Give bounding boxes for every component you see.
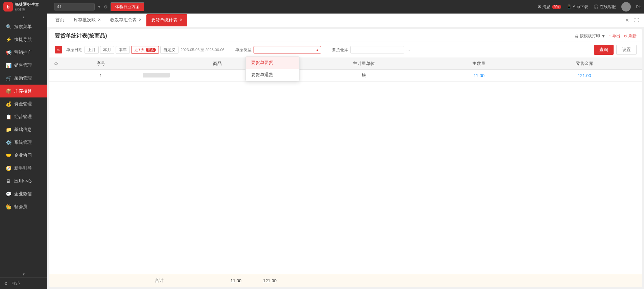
app-download-btn[interactable]: 📱 App下载: [567, 4, 588, 10]
online-service-label: 在线客服: [600, 4, 616, 10]
main-layout: ▲ 🔍 搜索菜单 ⚡ 快捷导航 📢 营销推广 📊 销售管理 🛒 采购管理: [0, 14, 644, 289]
vip-icon: 👑: [5, 204, 11, 210]
topbar-right: ✉ 消息 99+ 📱 App下载 🎧 在线客服 Rit: [538, 2, 641, 12]
sidebar-item-wechat[interactable]: 💬 企业微信: [0, 187, 47, 200]
tab-close-order-summary[interactable]: ✕: [180, 18, 183, 22]
sidebar-item-inventory[interactable]: 📦 库存核算: [0, 85, 47, 97]
user-avatar[interactable]: [621, 2, 631, 12]
marketing-icon: 📢: [5, 49, 11, 55]
tabs-expand-btn[interactable]: ⛶: [633, 16, 641, 24]
date-btn-last-month[interactable]: 上月: [85, 46, 99, 54]
sidebar-bottom: ⚙ 收起: [0, 277, 47, 289]
type-filter-input[interactable]: [254, 46, 321, 53]
print-btn[interactable]: 🖨 按模板打印 ▼: [574, 33, 605, 39]
sidebar-item-sales[interactable]: 📊 销售管理: [0, 59, 47, 72]
date-btn-this-month[interactable]: 本月: [100, 46, 114, 54]
filter-expand-btn[interactable]: »: [55, 46, 62, 53]
sidebar-item-vip[interactable]: 👑 畅会员: [0, 200, 47, 213]
date-range-display: 2023-05-06 至 2023-06-06: [181, 47, 224, 52]
dropdown-item-order-goods[interactable]: 要货单要货: [246, 57, 299, 69]
refresh-btn[interactable]: ↺ 刷新: [624, 33, 637, 39]
col-amount: 零售金额: [527, 58, 642, 70]
logo-icon: b: [3, 2, 13, 12]
topbar-center: ▼ ⚙ 体验行业方案: [51, 2, 538, 12]
sidebar-item-purchase-label: 采购管理: [14, 75, 32, 81]
sidebar-item-operations-label: 经营管理: [14, 114, 32, 120]
row-amount-cell: 121.00: [527, 70, 642, 82]
purchase-icon: 🛒: [5, 75, 11, 81]
date-btn-this-year[interactable]: 本年: [116, 46, 130, 54]
row-index-cell: 1: [63, 70, 139, 82]
row-qty-cell: 11.00: [431, 70, 527, 82]
type-input-wrapper: ▲: [254, 46, 321, 53]
tab-home[interactable]: 首页: [51, 14, 69, 26]
table-row: 1 块 11.00 121.00: [49, 70, 642, 82]
sidebar-item-guide[interactable]: 🧭 新手引导: [0, 162, 47, 175]
data-table: ⚙ 序号 商品 主计量单位 主数量 零售金额 1: [49, 58, 642, 82]
tab-receivable-summary[interactable]: 收发存汇总表 ✕: [105, 14, 146, 26]
sidebar-scroll-down[interactable]: ▼: [0, 271, 47, 277]
tab-order-summary[interactable]: 要货单统计表 ✕: [146, 14, 187, 26]
trial-btn[interactable]: 体验行业方案: [111, 2, 144, 12]
sidebar-item-marketing[interactable]: 📢 营销推广: [0, 46, 47, 59]
warehouse-more-icon[interactable]: ···: [406, 47, 410, 52]
basic-info-icon: 📁: [5, 127, 11, 133]
sidebar-item-system[interactable]: ⚙️ 系统管理: [0, 136, 47, 149]
tab-close-inventory-batch[interactable]: ✕: [98, 18, 101, 22]
sidebar-item-search[interactable]: 🔍 搜索菜单: [0, 20, 47, 33]
dropdown-item-order-return[interactable]: 要货单退货: [246, 69, 299, 81]
tab-inventory-batch[interactable]: 库存批次账 ✕: [69, 14, 105, 26]
tabs-bar: 首页 库存批次账 ✕ 收发存汇总表 ✕ 要货单统计表 ✕ ✕ ⛶: [47, 14, 644, 27]
sidebar-item-basic-info[interactable]: 📁 基础信息: [0, 123, 47, 136]
sidebar-scroll-up[interactable]: ▲: [0, 14, 47, 20]
col-unit: 主计量单位: [296, 58, 431, 70]
export-btn[interactable]: ↑ 导出: [609, 33, 620, 39]
sidebar-item-vip-label: 畅会员: [14, 204, 27, 210]
topbar-settings-icon[interactable]: ⚙: [104, 4, 108, 9]
page-content: 要货单统计表(按商品) 🖨 按模板打印 ▼ ↑ 导出 ↺ 刷新: [49, 29, 642, 287]
online-service-btn[interactable]: 🎧 在线客服: [594, 4, 616, 10]
footer-label: 合计: [148, 277, 216, 284]
print-dropdown-icon[interactable]: ▼: [601, 34, 605, 39]
date-buttons: 上月 本月 本年 近7天 更多 自定义: [85, 46, 178, 54]
query-btn[interactable]: 查询: [594, 45, 614, 55]
sidebar-item-purchase[interactable]: 🛒 采购管理: [0, 72, 47, 85]
table-header-row: ⚙ 序号 商品 主计量单位 主数量 零售金额: [49, 58, 642, 70]
sidebar-item-sales-label: 销售管理: [14, 62, 32, 68]
page-title: 要货单统计表(按商品): [55, 32, 107, 40]
filter-settings-btn[interactable]: 设置: [616, 45, 637, 55]
warehouse-filter-label: 要货仓库: [332, 47, 348, 53]
table-container: ⚙ 序号 商品 主计量单位 主数量 零售金额 1: [49, 58, 642, 274]
sidebar-item-finance[interactable]: 💰 资金管理: [0, 97, 47, 110]
warehouse-filter-input[interactable]: [350, 46, 404, 53]
type-filter-label: 单据类型: [235, 47, 252, 53]
headset-icon: 🎧: [594, 4, 599, 9]
system-icon: ⚙️: [5, 139, 11, 146]
date-btn-custom[interactable]: 自定义: [160, 46, 178, 54]
sidebar-item-operations[interactable]: 📋 经营管理: [0, 110, 47, 123]
sidebar-item-app-center[interactable]: 🖥 应用中心: [0, 175, 47, 187]
type-filter-arrow[interactable]: ▲: [316, 48, 319, 52]
warehouse-filter-group: 要货仓库 ···: [332, 46, 410, 53]
app-logo: b 畅捷通好生意 标准版: [3, 2, 51, 12]
refresh-icon: ↺: [624, 34, 627, 39]
sidebar-menu: 🔍 搜索菜单 ⚡ 快捷导航 📢 营销推广 📊 销售管理 🛒 采购管理 📦: [0, 20, 47, 271]
tabs-close-all-btn[interactable]: ✕: [623, 16, 631, 24]
sidebar-item-system-label: 系统管理: [14, 139, 32, 146]
sidebar-item-search-label: 搜索菜单: [14, 24, 32, 30]
sidebar-item-enterprise[interactable]: 🤝 企业协同: [0, 149, 47, 162]
date-filter-group: 单据日期 上月 本月 本年 近7天 更多 自定义 2023-05-06 至 20…: [66, 46, 224, 54]
date-btn-7days[interactable]: 近7天 更多: [131, 46, 159, 54]
sidebar-settings-btn[interactable]: ⚙: [4, 281, 8, 286]
sidebar-collapse-btn[interactable]: 收起: [12, 281, 20, 286]
finance-icon: 💰: [5, 101, 11, 107]
sidebar-item-quick-nav[interactable]: ⚡ 快捷导航: [0, 33, 47, 46]
tab-close-receivable[interactable]: ✕: [139, 18, 142, 22]
topbar-dropdown-arrow[interactable]: ▼: [97, 5, 101, 9]
row-amount-link[interactable]: 121.00: [578, 73, 591, 78]
row-qty-link[interactable]: 11.00: [474, 73, 485, 78]
filter-bar: » 单据日期 上月 本月 本年 近7天 更多 自定义 2023-05-06 至 …: [49, 42, 642, 58]
messages-btn[interactable]: ✉ 消息 99+: [538, 4, 561, 10]
topbar-search-input[interactable]: [54, 3, 95, 10]
col-settings[interactable]: ⚙: [49, 58, 63, 70]
